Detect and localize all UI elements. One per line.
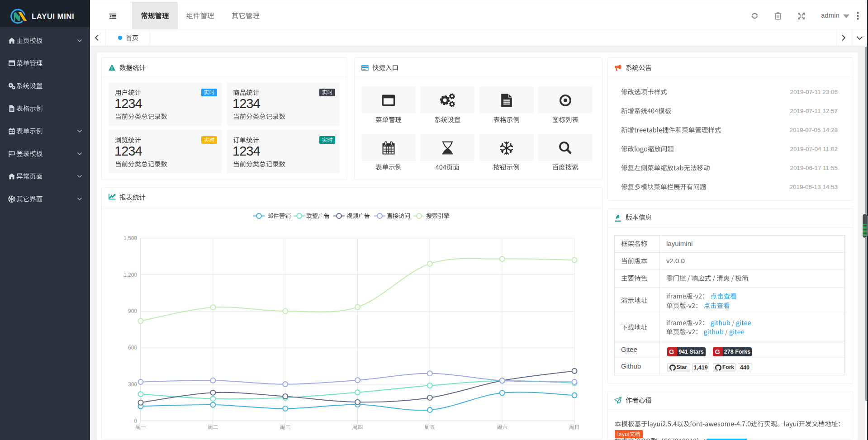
- svg-text:600: 600: [128, 345, 137, 351]
- svg-text:0: 0: [134, 418, 137, 424]
- svg-text:1,500: 1,500: [123, 235, 137, 241]
- svg-text:1,200: 1,200: [123, 272, 137, 278]
- svg-text:300: 300: [128, 381, 137, 388]
- svg-text:900: 900: [128, 308, 137, 314]
